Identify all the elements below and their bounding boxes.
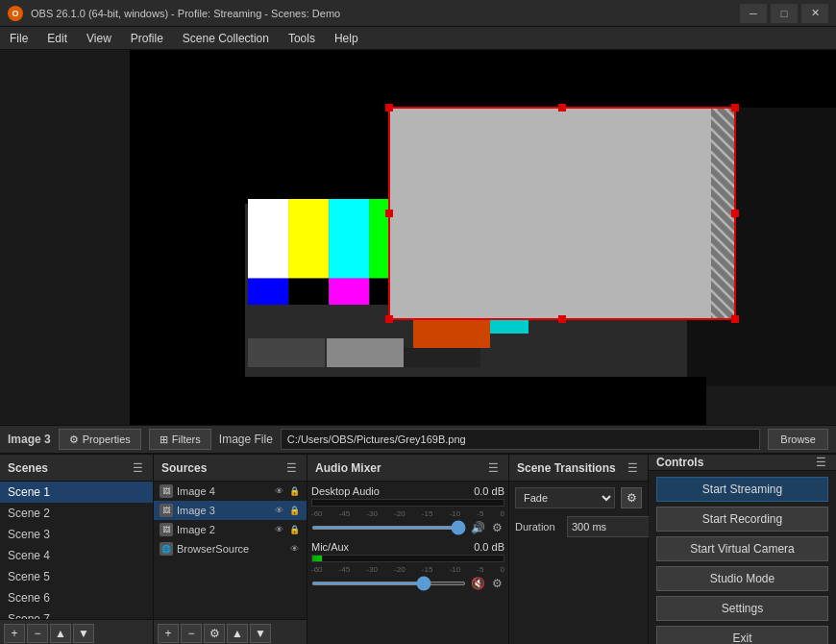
settings-button[interactable]: Settings [656,596,828,621]
move-scene-up-button[interactable]: ▲ [50,624,71,643]
browser-source-icon: 🌐 [160,542,173,556]
transition-gear-button[interactable]: ⚙ [621,487,642,508]
mic-aux-controls: 🔇 ⚙ [311,576,504,591]
source-controls: 👁 🔒 [272,484,301,498]
source-item[interactable]: 🌐 BrowserSource 👁 [154,539,307,558]
mic-aux-labels: -60-45-30-20-15-10-50 [311,565,504,574]
mic-aux-mute-button[interactable]: 🔇 [470,576,485,591]
scene-item[interactable]: Scene 5 [0,566,153,587]
mic-aux-settings-button[interactable]: ⚙ [489,576,504,591]
source-controls: 👁 🔒 [272,523,301,536]
source-item[interactable]: 🖼 Image 3 👁 🔒 [154,501,307,520]
desktop-audio-db: 0.0 dB [474,485,504,497]
desktop-audio-header: Desktop Audio 0.0 dB [311,485,504,497]
desktop-audio-settings-button[interactable]: ⚙ [489,520,504,535]
app-icon: O [8,6,23,21]
sources-panel: Sources ☰ 🖼 Image 4 👁 🔒 🖼 Image 3 👁 🔒 [154,455,307,644]
transitions-panel-header: Scene Transitions ☰ [509,455,648,482]
audio-panel-header: Audio Mixer ☰ [307,455,508,482]
mic-aux-meter [311,555,504,562]
image-source-icon: 🖼 [160,504,173,517]
source-label: Image 4 [177,485,215,497]
preview-canvas [0,50,836,425]
close-button[interactable]: ✕ [801,4,828,23]
start-streaming-button[interactable]: Start Streaming [656,477,828,502]
controls-panel-menu[interactable]: ☰ [813,455,828,470]
desktop-audio-volume[interactable] [311,526,466,530]
controls-panel: Controls ☰ Start Streaming Start Recordi… [649,455,836,644]
studio-mode-button[interactable]: Studio Mode [656,566,828,591]
controls-content: Start Streaming Start Recording Start Vi… [649,471,836,644]
source-label: Image 3 [177,505,215,516]
mic-aux-track: Mic/Aux 0.0 dB -60-45-30-20-15-10-50 🔇 ⚙ [311,541,504,591]
source-visibility-button[interactable]: 👁 [272,523,285,536]
menu-scene-collection[interactable]: Scene Collection [173,27,279,49]
filepath-input[interactable] [281,429,760,450]
active-source-label: Image 3 [8,433,51,446]
source-controls: 👁 [287,542,301,556]
controls-panel-header: Controls ☰ [649,455,836,471]
source-lock-button[interactable]: 🔒 [287,504,301,517]
desktop-audio-mute-button[interactable]: 🔊 [470,520,485,535]
minimize-button[interactable]: ─ [740,4,767,23]
scene-item[interactable]: Scene 3 [0,524,153,545]
image-file-label: Image File [219,433,273,446]
remove-scene-button[interactable]: − [27,624,48,643]
start-recording-button[interactable]: Start Recording [656,507,828,532]
transition-select[interactable]: Fade Cut Swipe Slide Stinger Luma Wipe [515,487,615,508]
filters-button[interactable]: ⊞ Filters [149,429,211,450]
menu-file[interactable]: File [0,27,37,49]
add-source-button[interactable]: + [158,624,179,643]
scene-transitions-panel: Scene Transitions ☰ Fade Cut Swipe Slide… [509,455,649,644]
panels: Scenes ☰ Scene 1 Scene 2 Scene 3 Scene 4… [0,454,836,644]
scenes-list: Scene 1 Scene 2 Scene 3 Scene 4 Scene 5 … [0,482,153,619]
move-scene-down-button[interactable]: ▼ [73,624,94,643]
scene-item[interactable]: Scene 7 [0,608,153,619]
source-label: BrowserSource [177,543,249,555]
source-item[interactable]: 🖼 Image 4 👁 🔒 [154,482,307,501]
scene-item[interactable]: Scene 4 [0,545,153,566]
transitions-panel-menu[interactable]: ☰ [625,460,640,476]
source-lock-button[interactable]: 🔒 [287,484,301,498]
desktop-audio-track: Desktop Audio 0.0 dB -60-45-30-20-15-10-… [311,485,504,535]
audio-tracks: Desktop Audio 0.0 dB -60-45-30-20-15-10-… [307,482,508,644]
source-controls: 👁 🔒 [272,504,301,517]
desktop-audio-controls: 🔊 ⚙ [311,520,504,535]
sources-panel-menu[interactable]: ☰ [283,460,299,476]
menu-profile[interactable]: Profile [121,27,173,49]
menu-edit[interactable]: Edit [37,27,77,49]
window-title: OBS 26.1.0 (64-bit, windows) - Profile: … [31,8,740,19]
scenes-panel-header: Scenes ☰ [0,455,153,482]
source-settings-button[interactable]: ⚙ [204,624,225,643]
remove-source-button[interactable]: − [181,624,202,643]
menu-help[interactable]: Help [325,27,368,49]
preview-area [0,50,836,425]
source-visibility-button[interactable]: 👁 [272,484,285,498]
scenes-panel: Scenes ☰ Scene 1 Scene 2 Scene 3 Scene 4… [0,455,154,644]
move-source-up-button[interactable]: ▲ [227,624,248,643]
browse-button[interactable]: Browse [768,429,828,450]
scene-item[interactable]: Scene 1 [0,482,153,503]
mic-aux-volume[interactable] [311,582,466,585]
maximize-button[interactable]: □ [771,4,798,23]
source-visibility-button[interactable]: 👁 [272,504,285,517]
move-source-down-button[interactable]: ▼ [250,624,271,643]
sources-panel-header: Sources ☰ [154,455,307,482]
image-source-icon: 🖼 [160,523,173,536]
scene-item[interactable]: Scene 6 [0,587,153,608]
source-visibility-button[interactable]: 👁 [287,542,301,556]
mic-aux-name: Mic/Aux [311,541,349,553]
filter-icon: ⊞ [160,433,168,446]
menubar: File Edit View Profile Scene Collection … [0,27,836,50]
exit-button[interactable]: Exit [656,626,828,644]
scenes-panel-menu[interactable]: ☰ [130,460,145,476]
menu-tools[interactable]: Tools [279,27,325,49]
add-scene-button[interactable]: + [4,624,25,643]
source-lock-button[interactable]: 🔒 [287,523,301,536]
start-virtual-camera-button[interactable]: Start Virtual Camera [656,536,828,561]
source-item[interactable]: 🖼 Image 2 👁 🔒 [154,520,307,539]
scene-item[interactable]: Scene 2 [0,503,153,524]
properties-button[interactable]: ⚙ Properties [59,429,141,450]
audio-panel-menu[interactable]: ☰ [485,460,501,476]
menu-view[interactable]: View [77,27,121,49]
